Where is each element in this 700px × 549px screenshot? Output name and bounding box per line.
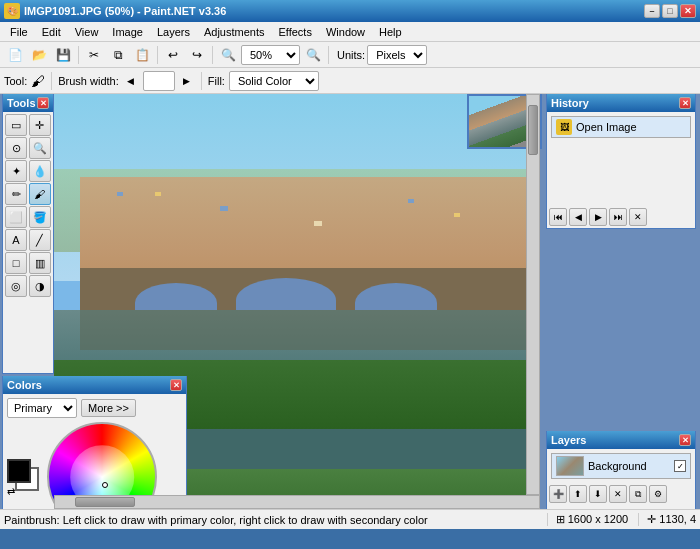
history-nav: ⏮ ◀ ▶ ⏭ ✕	[549, 208, 647, 226]
layers-delete-button[interactable]: ✕	[609, 485, 627, 503]
status-coord-icon: ✛	[647, 513, 656, 525]
history-prev-button[interactable]: ◀	[569, 208, 587, 226]
main-area: Tools ✕ ▭ ✛ ⊙ 🔍 ✦ 💧 ✏ 🖌 ⬜ 🪣 A ╱ □ ▥ ◎ ◑ …	[0, 94, 700, 529]
colors-close-button[interactable]: ✕	[170, 379, 182, 391]
tool-pencil[interactable]: ✏	[5, 183, 27, 205]
layer-thumbnail	[556, 456, 584, 476]
copy-button[interactable]: ⧉	[107, 44, 129, 66]
tool-zoom[interactable]: 🔍	[29, 137, 51, 159]
tools-titlebar[interactable]: Tools ✕	[3, 94, 53, 112]
history-item-icon: 🖼	[556, 119, 572, 135]
tools-title: Tools	[7, 97, 36, 109]
minimize-button[interactable]: –	[644, 4, 660, 18]
history-delete-button[interactable]: ✕	[629, 208, 647, 226]
color-mode-dropdown[interactable]: Primary Secondary	[7, 398, 77, 418]
separator-6	[201, 72, 202, 90]
zoom-out-button[interactable]: 🔍	[217, 44, 239, 66]
status-bar: Paintbrush: Left click to draw with prim…	[0, 509, 700, 529]
layer-visibility-checkbox[interactable]: ✓	[674, 460, 686, 472]
menu-layers[interactable]: Layers	[151, 24, 196, 40]
status-size: ⊞ 1600 x 1200	[547, 513, 629, 526]
vertical-scroll-thumb[interactable]	[528, 105, 538, 155]
tool-select[interactable]: ▭	[5, 114, 27, 136]
history-first-button[interactable]: ⏮	[549, 208, 567, 226]
cut-button[interactable]: ✂	[83, 44, 105, 66]
menu-edit[interactable]: Edit	[36, 24, 67, 40]
history-title: History	[551, 97, 589, 109]
menu-adjustments[interactable]: Adjustments	[198, 24, 271, 40]
tool-shapes[interactable]: □	[5, 252, 27, 274]
menu-image[interactable]: Image	[106, 24, 149, 40]
layers-properties-button[interactable]: ⚙	[649, 485, 667, 503]
separator-4	[328, 46, 329, 64]
separator-1	[78, 46, 79, 64]
layers-content: Background ✓	[547, 449, 695, 483]
tool-label: Tool:	[4, 75, 27, 87]
vertical-scrollbar[interactable]	[526, 94, 540, 495]
horizontal-scroll-thumb[interactable]	[75, 497, 135, 507]
zoom-in-button[interactable]: 🔍	[302, 44, 324, 66]
fill-dropdown[interactable]: Solid Color No Blend Overwrite	[229, 71, 319, 91]
layers-down-button[interactable]: ⬇	[589, 485, 607, 503]
paste-button[interactable]: 📋	[131, 44, 153, 66]
maximize-button[interactable]: □	[662, 4, 678, 18]
separator-3	[212, 46, 213, 64]
tool-lasso[interactable]: ⊙	[5, 137, 27, 159]
horizontal-scrollbar[interactable]	[54, 495, 540, 509]
status-size-value: 1600 x 1200	[568, 513, 629, 525]
tools-close-button[interactable]: ✕	[37, 97, 49, 109]
tool-move[interactable]: ✛	[29, 114, 51, 136]
tool-line[interactable]: ╱	[29, 229, 51, 251]
menu-help[interactable]: Help	[373, 24, 408, 40]
history-item[interactable]: 🖼 Open Image	[551, 116, 691, 138]
layers-duplicate-button[interactable]: ⧉	[629, 485, 647, 503]
zoom-dropdown[interactable]: 50% 100% 200%	[241, 45, 300, 65]
open-button[interactable]: 📂	[28, 44, 50, 66]
brush-size-input[interactable]: 2	[143, 71, 175, 91]
tool-text[interactable]: A	[5, 229, 27, 251]
close-button[interactable]: ✕	[680, 4, 696, 18]
tool-clone[interactable]: ◎	[5, 275, 27, 297]
history-next-button[interactable]: ▶	[589, 208, 607, 226]
tool-recolor[interactable]: ◑	[29, 275, 51, 297]
history-close-button[interactable]: ✕	[679, 97, 691, 109]
menu-file[interactable]: File	[4, 24, 34, 40]
layer-name: Background	[588, 460, 647, 472]
layer-item[interactable]: Background ✓	[551, 453, 691, 479]
layers-up-button[interactable]: ⬆	[569, 485, 587, 503]
tool-eyedropper[interactable]: 💧	[29, 160, 51, 182]
title-bar: 🎨 IMGP1091.JPG (50%) - Paint.NET v3.36 –…	[0, 0, 700, 22]
color-squares[interactable]: ⇄	[7, 459, 43, 495]
primary-color-swatch[interactable]	[7, 459, 31, 483]
separator-2	[157, 46, 158, 64]
units-dropdown[interactable]: Pixels Inches cm	[367, 45, 427, 65]
fill-label: Fill:	[208, 75, 225, 87]
brush-increase-button[interactable]: ▶	[179, 73, 195, 89]
tool-fill[interactable]: 🪣	[29, 206, 51, 228]
history-last-button[interactable]: ⏭	[609, 208, 627, 226]
undo-button[interactable]: ↩	[162, 44, 184, 66]
tool-paintbrush[interactable]: 🖌	[29, 183, 51, 205]
colors-more-button[interactable]: More >>	[81, 399, 136, 417]
history-titlebar[interactable]: History ✕	[547, 94, 695, 112]
menu-effects[interactable]: Effects	[273, 24, 318, 40]
menu-view[interactable]: View	[69, 24, 105, 40]
app-icon: 🎨	[4, 3, 20, 19]
history-content: 🖼 Open Image	[547, 112, 695, 142]
menu-window[interactable]: Window	[320, 24, 371, 40]
tool-gradient[interactable]: ▥	[29, 252, 51, 274]
brush-decrease-button[interactable]: ◀	[123, 73, 139, 89]
save-button[interactable]: 💾	[52, 44, 74, 66]
tool-eraser[interactable]: ⬜	[5, 206, 27, 228]
colors-titlebar[interactable]: Colors ✕	[3, 376, 186, 394]
layers-close-button[interactable]: ✕	[679, 434, 691, 446]
redo-button[interactable]: ↪	[186, 44, 208, 66]
swap-colors-icon[interactable]: ⇄	[7, 486, 15, 497]
new-button[interactable]: 📄	[4, 44, 26, 66]
tool-magic-wand[interactable]: ✦	[5, 160, 27, 182]
toolbar-main: 📄 📂 💾 ✂ ⧉ 📋 ↩ ↪ 🔍 50% 100% 200% 🔍 Units:…	[0, 42, 700, 68]
window-controls: – □ ✕	[644, 4, 696, 18]
layers-titlebar[interactable]: Layers ✕	[547, 431, 695, 449]
layers-add-button[interactable]: ➕	[549, 485, 567, 503]
history-item-label: Open Image	[576, 121, 637, 133]
